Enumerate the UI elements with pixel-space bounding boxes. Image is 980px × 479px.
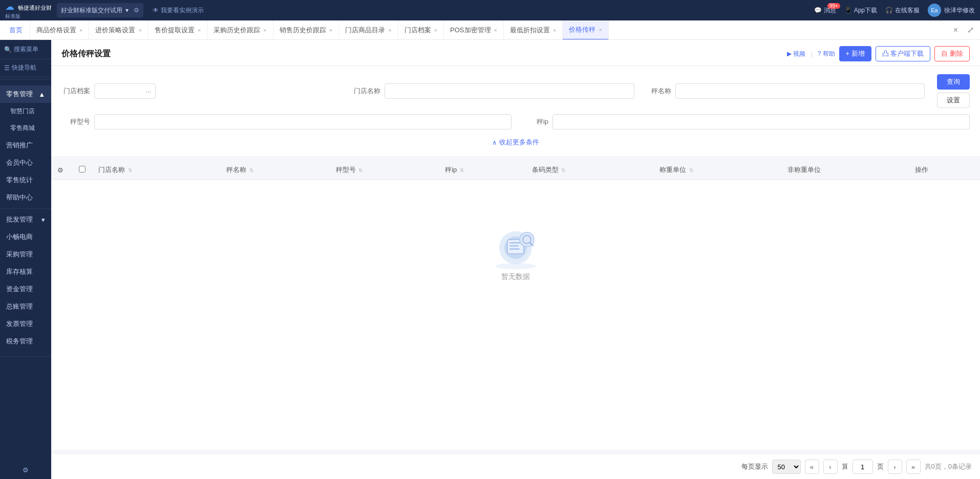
table-area: ⚙ 门店名称 ⇅ 秤名称 ⇅ 秤型号 ⇅ 秤ip ⇅ 条码类型 ⇅ 称重单位 ⇅… xyxy=(51,160,980,450)
chevron-down-icon: ▾ xyxy=(125,7,129,14)
select-all-checkbox[interactable] xyxy=(79,166,86,172)
tab-pos-manage[interactable]: POS加密管理 × xyxy=(444,20,504,40)
sort-icon[interactable]: ⇅ xyxy=(128,167,132,173)
sidebar-item-invoice-mgmt[interactable]: 发票管理 xyxy=(0,315,51,333)
messages-badge: 99+ xyxy=(827,3,840,9)
nav-icon: ☰ xyxy=(4,64,10,72)
close-icon[interactable]: × xyxy=(553,27,556,33)
svg-rect-6 xyxy=(509,248,520,250)
tab-price-setting[interactable]: 商品价格设置 × xyxy=(30,20,89,40)
maximize-icon[interactable]: ⤢ xyxy=(963,23,978,37)
app-download-btn[interactable]: 📱 App下载 xyxy=(844,6,877,15)
tab-price-scale[interactable]: 价格传秤 × xyxy=(563,20,608,40)
sidebar-item-retail-stats[interactable]: 零售统计 xyxy=(0,171,51,189)
tab-min-discount[interactable]: 最低折扣设置 × xyxy=(504,20,563,40)
pagination: 每页显示 10 20 50 100 « ‹ 算 页 › » 共0页，0条记录 xyxy=(51,454,980,479)
sidebar-item-purchase-mgmt[interactable]: 采购管理 xyxy=(0,246,51,263)
sidebar-settings-btn[interactable]: ⚙ xyxy=(0,461,51,479)
sort-icon[interactable]: ⇅ xyxy=(460,167,464,173)
tab-sale-history[interactable]: 销售历史价跟踪 × xyxy=(273,20,339,40)
close-icon[interactable]: × xyxy=(79,27,82,33)
sidebar: 🔍 搜索菜单 ☰ 快捷导航 零售管理 ▲ 智慧门店 零售商城 营销推广 会员中心 xyxy=(0,40,51,479)
close-all-btn[interactable]: × xyxy=(949,24,962,37)
page-input[interactable] xyxy=(853,460,873,474)
version-selector[interactable]: 好业财标准版交付试用 ▾ ⚙ xyxy=(57,3,143,17)
tab-store-profile[interactable]: 门店档案 × xyxy=(398,20,444,40)
scale-model-input[interactable] xyxy=(94,114,512,129)
th-setting[interactable]: ⚙ xyxy=(51,160,72,180)
tab-home[interactable]: 首页 xyxy=(2,20,30,40)
filter-store-profile: 门店档案 ··· xyxy=(61,83,344,99)
sidebar-item-fund-mgmt[interactable]: 资金管理 xyxy=(0,280,51,298)
filter-row-1: 门店档案 ··· 门店名称 秤名称 查询 xyxy=(61,74,970,108)
message-icon: 💬 xyxy=(814,7,822,14)
messages-btn[interactable]: 💬 消息 99+ xyxy=(814,6,836,15)
tab-purchase-history[interactable]: 采购历史价跟踪 × xyxy=(207,20,273,40)
help-link[interactable]: ? 帮助 xyxy=(818,50,835,58)
sidebar-quick-nav[interactable]: ☰ 快捷导航 xyxy=(0,59,51,77)
settings-icon[interactable]: ⚙ xyxy=(134,7,139,14)
close-icon[interactable]: × xyxy=(434,27,437,33)
scale-name-input[interactable] xyxy=(675,83,925,99)
sidebar-item-inventory-mgmt[interactable]: 库存核算 xyxy=(0,263,51,280)
sidebar-search[interactable]: 🔍 搜索菜单 xyxy=(0,40,51,59)
close-icon[interactable]: × xyxy=(329,27,332,33)
sidebar-item-retail-mall[interactable]: 零售商城 xyxy=(0,120,51,137)
download-btn[interactable]: 凸 客户端下载 xyxy=(876,46,931,61)
store-profile-selector[interactable]: ··· xyxy=(94,83,156,99)
close-icon[interactable]: × xyxy=(263,27,266,33)
close-icon[interactable]: × xyxy=(138,27,141,33)
sidebar-item-wholesale-mgmt[interactable]: 批发管理 ▾ xyxy=(0,211,51,228)
sort-icon[interactable]: ⇅ xyxy=(561,167,565,173)
tab-store-catalog[interactable]: 门店商品目录 × xyxy=(339,20,398,40)
close-icon[interactable]: × xyxy=(494,27,497,33)
sidebar-item-marketing[interactable]: 营销推广 xyxy=(0,137,51,154)
video-link[interactable]: ▶ 视频 xyxy=(787,50,805,58)
online-service-btn[interactable]: 🎧 在线客服 xyxy=(885,6,920,15)
th-check xyxy=(72,160,92,180)
next-page-icon: › xyxy=(893,463,896,471)
tab-bar: 首页 商品价格设置 × 进价策略设置 × 售价提取设置 × 采购历史价跟踪 × … xyxy=(0,20,980,40)
close-icon[interactable]: × xyxy=(388,27,391,33)
data-table: ⚙ 门店名称 ⇅ 秤名称 ⇅ 秤型号 ⇅ 秤ip ⇅ 条码类型 ⇅ 称重单位 ⇅… xyxy=(51,160,980,180)
expand-icon: ▲ xyxy=(38,91,45,98)
sidebar-item-smart-store[interactable]: 智慧门店 xyxy=(0,103,51,120)
sidebar-item-member-center[interactable]: 会员中心 xyxy=(0,154,51,171)
sidebar-item-general-ledger[interactable]: 总账管理 xyxy=(0,298,51,315)
selector-label: 好业财标准版交付试用 xyxy=(61,6,122,15)
sidebar-item-help-center[interactable]: 帮助中心 xyxy=(0,189,51,206)
collapse-btn[interactable]: ∧ 收起更多条件 xyxy=(61,136,970,152)
sort-icon[interactable]: ⇅ xyxy=(249,167,253,173)
tab-sale-pickup[interactable]: 售价提取设置 × xyxy=(148,20,207,40)
prev-page-btn[interactable]: ‹ xyxy=(823,460,838,474)
gear-icon: ⚙ xyxy=(23,466,29,474)
tab-purchase-strategy[interactable]: 进价策略设置 × xyxy=(89,20,148,40)
user-profile-btn[interactable]: Ea 徐泽华修改 xyxy=(928,4,975,17)
ellipsis-btn[interactable]: ··· xyxy=(145,88,151,95)
store-name-input[interactable] xyxy=(385,83,634,99)
sidebar-item-retail-mgmt[interactable]: 零售管理 ▲ xyxy=(0,85,51,103)
close-icon[interactable]: × xyxy=(599,27,602,33)
phone-icon: 📱 xyxy=(844,7,852,14)
next-page-btn[interactable]: › xyxy=(888,460,902,474)
setting-btn[interactable]: 设置 xyxy=(937,93,970,108)
sidebar-item-tax-mgmt[interactable]: 税务管理 xyxy=(0,333,51,350)
th-store-name: 门店名称 ⇅ xyxy=(92,160,220,180)
first-page-btn[interactable]: « xyxy=(805,460,819,474)
per-page-select[interactable]: 10 20 50 100 xyxy=(772,460,801,474)
close-icon[interactable]: × xyxy=(198,27,201,33)
query-btn[interactable]: 查询 xyxy=(937,74,970,90)
th-scale-ip: 秤ip ⇅ xyxy=(439,160,525,180)
th-weight-unit: 称重单位 ⇅ xyxy=(653,160,781,180)
top-bar: ☁ 畅捷通好业财 标准版 好业财标准版交付试用 ▾ ⚙ 👁 我要看实例演示 💬 … xyxy=(0,0,980,20)
empty-illustration xyxy=(485,221,546,272)
sidebar-item-xiaochange-ec[interactable]: 小畅电商 xyxy=(0,228,51,246)
sort-icon[interactable]: ⇅ xyxy=(358,167,363,173)
demo-link[interactable]: 👁 我要看实例演示 xyxy=(153,6,204,15)
sort-icon[interactable]: ⇅ xyxy=(689,167,693,173)
add-btn[interactable]: + 新增 xyxy=(839,46,871,61)
eye-icon: 👁 xyxy=(153,7,159,14)
last-page-btn[interactable]: » xyxy=(906,460,921,474)
delete-btn[interactable]: 自 删除 xyxy=(934,46,970,61)
scale-ip-input[interactable] xyxy=(552,114,970,129)
